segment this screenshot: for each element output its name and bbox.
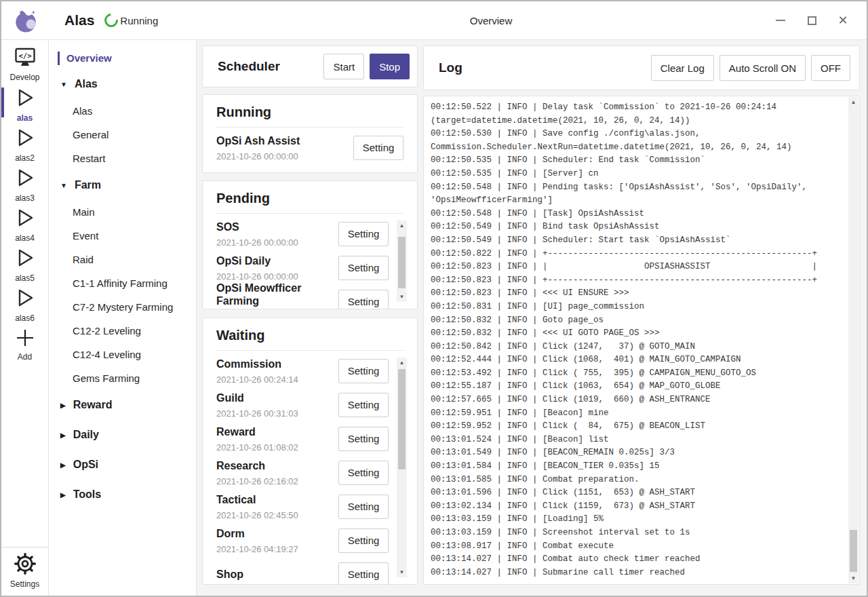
sidebar-item-c1-1-affinity-farming[interactable]: C1-1 Affinity Farming [49, 271, 196, 295]
log-line: 00:12:50.549 | INFO | Scheduler: Start t… [431, 234, 840, 248]
log-line: 00:12:50.832 | INFO | <<< UI GOTO PAGE_O… [431, 327, 840, 341]
rail-item-label: alas [17, 113, 33, 123]
setting-button[interactable]: Setting [338, 461, 389, 485]
maximize-button[interactable] [806, 15, 817, 26]
nav-group-label: Daily [73, 429, 99, 441]
rail-item-add[interactable]: Add [1, 324, 48, 364]
task-row: SOS2021-10-26 00:00:00Setting [216, 214, 389, 248]
task-next-run-time: 2021-10-26 01:08:02 [216, 442, 298, 452]
scroll-down-icon[interactable]: ▼ [848, 573, 859, 583]
caret-down-icon: ▼ [60, 182, 67, 189]
rail-item-label: Develop [9, 73, 39, 82]
setting-button[interactable]: Setting [338, 359, 389, 383]
nav-group-daily[interactable]: ▶Daily [49, 420, 196, 450]
setting-button[interactable]: Setting [338, 528, 389, 553]
task-info: OpSi Ash Assist2021-10-26 00:00:00 [216, 134, 300, 161]
log-header-card: Log Clear Log Auto Scroll ON OFF [423, 45, 860, 90]
setting-button[interactable]: Setting [338, 290, 389, 310]
plus-icon [14, 327, 36, 351]
stop-button[interactable]: Stop [370, 54, 410, 79]
setting-button[interactable]: Setting [338, 222, 389, 246]
scrollbar-thumb[interactable] [398, 369, 406, 469]
close-button[interactable]: ✕ [837, 15, 848, 26]
rail-item-alas2[interactable]: alas2 [1, 124, 48, 164]
sidebar-item-c7-2-mystery-farming[interactable]: C7-2 Mystery Farming [49, 295, 196, 319]
log-line: 00:13:01.596 | INFO | Click (1151, 653) … [431, 486, 840, 500]
setting-button[interactable]: Setting [338, 495, 389, 519]
scroll-down-icon[interactable]: ▼ [397, 567, 407, 577]
rail-item-alas4[interactable]: alas4 [1, 204, 48, 244]
clear-log-button[interactable]: Clear Log [651, 55, 714, 81]
task-info: OpSi Daily2021-10-26 00:00:00 [216, 254, 298, 282]
auto-scroll-on-button[interactable]: Auto Scroll ON [719, 55, 806, 81]
sidebar-item-c12-2-leveling[interactable]: C12-2 Leveling [49, 319, 196, 343]
rail-item-alas5[interactable]: alas5 [1, 244, 48, 284]
log-title: Log [439, 60, 462, 75]
rail-item-label: Settings [10, 579, 39, 589]
setting-button[interactable]: Setting [338, 427, 389, 451]
sidebar-item-alas[interactable]: Alas [49, 99, 196, 123]
log-line: 00:13:03.159 | INFO | [Loading] 5% [431, 513, 840, 526]
scroll-up-icon[interactable]: ▲ [848, 97, 859, 107]
log-line: 00:13:03.159 | INFO | Screenshot interva… [431, 526, 840, 540]
scroll-down-icon[interactable]: ▼ [397, 292, 407, 302]
sidebar-item-main[interactable]: Main [49, 200, 196, 224]
setting-button[interactable]: Setting [338, 256, 389, 280]
rail-item-alas3[interactable]: alas3 [1, 164, 48, 204]
task-row: Commission2021-10-26 00:24:14Setting [216, 351, 389, 385]
rail-item-alas[interactable]: alas [1, 84, 48, 124]
log-line: 00:12:50.535 | INFO | [Server] cn [431, 168, 840, 181]
nav-group-alas[interactable]: ▼Alas [49, 69, 196, 99]
sidebar-item-event[interactable]: Event [49, 224, 196, 248]
task-info: Dorm2021-10-26 04:19:27 [216, 527, 298, 554]
sidebar-item-restart[interactable]: Restart [49, 147, 196, 170]
running-spinner-icon [102, 11, 121, 30]
app-title: Alas [64, 12, 94, 28]
start-button[interactable]: Start [323, 54, 364, 79]
log-output: 00:12:50.522 | INFO | Delay task `Commis… [423, 96, 860, 585]
nav-group-reward[interactable]: ▶Reward [49, 390, 196, 420]
scrollbar-thumb[interactable] [398, 237, 406, 288]
sidebar-item-overview[interactable]: Overview [49, 48, 196, 69]
maximize-icon [808, 16, 816, 25]
scroll-up-icon[interactable]: ▲ [397, 220, 407, 231]
nav-group-farm[interactable]: ▼Farm [49, 170, 196, 200]
minimize-button[interactable] [775, 15, 786, 26]
task-next-run-time: 2021-10-26 00:00:00 [216, 151, 300, 161]
task-row: ShopSetting [216, 554, 389, 585]
log-line: 00:13:01.584 | INFO | [BEACON_TIER 0.035… [431, 460, 840, 474]
auto-scroll-off-button[interactable]: OFF [811, 55, 850, 81]
task-row: OpSi Meowfficer Farming2021-10-26 00:00:… [216, 282, 389, 309]
scrollbar-thumb[interactable] [850, 530, 857, 572]
svg-text:</>: </> [18, 51, 31, 59]
nav-group-tools[interactable]: ▶Tools [49, 480, 196, 509]
scheduler-column: Scheduler Start Stop Running OpSi Ash As… [202, 45, 418, 585]
setting-button[interactable]: Setting [338, 393, 389, 417]
log-line: 00:12:50.530 | INFO | Save config ./conf… [431, 128, 840, 154]
waiting-scrollbar[interactable]: ▲ ▼ [397, 358, 407, 577]
nav-group-opsi[interactable]: ▶OpSi [49, 450, 196, 480]
running-title: Running [216, 102, 403, 127]
nav-group-label: Farm [75, 179, 101, 191]
setting-button[interactable]: Setting [338, 562, 389, 585]
log-line: 00:12:52.444 | INFO | Click (1068, 401) … [431, 353, 840, 367]
task-name: OpSi Daily [216, 254, 298, 267]
sidebar-item-raid[interactable]: Raid [49, 248, 196, 271]
pending-scrollbar[interactable]: ▲ ▼ [397, 220, 407, 302]
log-line: 00:12:50.549 | INFO | Bind task OpsiAshA… [431, 220, 840, 234]
play-icon [13, 166, 37, 193]
sidebar-item-general[interactable]: General [49, 123, 196, 147]
log-scrollbar[interactable]: ▲ ▼ [848, 97, 859, 583]
log-line: 00:13:01.585 | INFO | Combat preparation… [431, 474, 840, 487]
sidebar-item-gems-farming[interactable]: Gems Farming [49, 366, 196, 390]
scheduler-title: Scheduler [218, 59, 280, 74]
scheduler-status: Running [120, 15, 158, 26]
rail-item-settings[interactable]: Settings [1, 550, 48, 590]
setting-button[interactable]: Setting [353, 136, 403, 160]
scroll-up-icon[interactable]: ▲ [397, 358, 407, 368]
sidebar-item-c12-4-leveling[interactable]: C12-4 Leveling [49, 343, 196, 366]
log-line: 00:12:50.823 | INFO | | OPSIASHASSIST | [431, 261, 840, 274]
rail-item-alas6[interactable]: alas6 [1, 284, 48, 324]
task-next-run-time: 2021-10-26 02:45:50 [216, 510, 298, 520]
rail-item-develop[interactable]: </>Develop [1, 44, 48, 84]
